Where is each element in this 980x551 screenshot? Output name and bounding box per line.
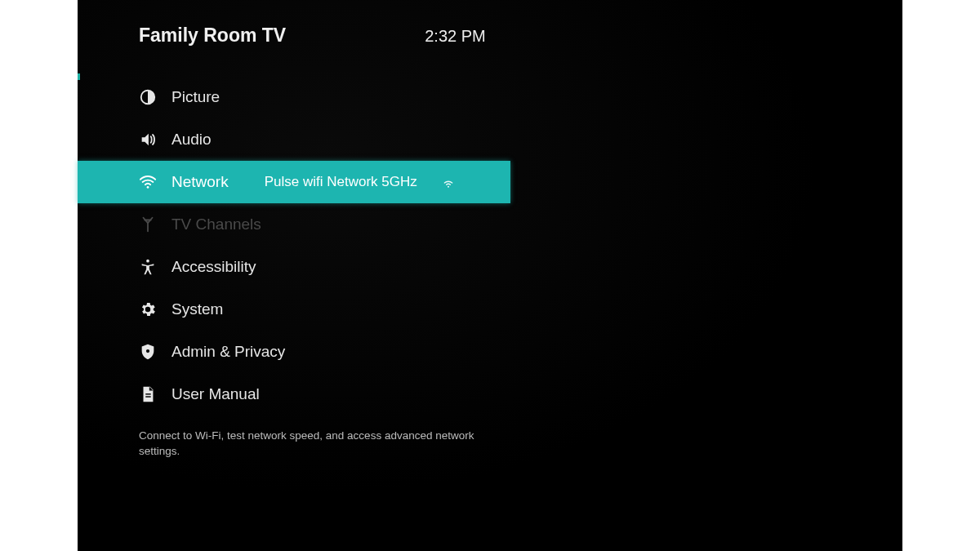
menu-item-system[interactable]: System [78, 288, 510, 331]
menu-item-label: Accessibility [172, 258, 256, 276]
menu-item-user-manual[interactable]: User Manual [78, 373, 510, 415]
settings-menu: Picture Audio Network Pulse wifi Network… [78, 76, 510, 415]
menu-item-label: Picture [172, 88, 220, 106]
svg-point-3 [146, 260, 149, 263]
menu-hint-text: Connect to Wi-Fi, test network speed, an… [78, 429, 486, 460]
menu-item-label: User Manual [172, 385, 260, 403]
wifi-small-icon [442, 176, 455, 189]
menu-item-audio[interactable]: Audio [78, 118, 510, 161]
contrast-icon [139, 88, 157, 106]
menu-item-tv-channels[interactable]: TV Channels [78, 203, 510, 246]
speaker-icon [139, 131, 157, 149]
menu-item-admin-privacy[interactable]: Admin & Privacy [78, 331, 510, 373]
svg-rect-6 [145, 396, 150, 397]
gear-icon [139, 300, 157, 318]
network-connected-value: Pulse wifi Network 5GHz [265, 174, 417, 190]
menu-item-label: TV Channels [172, 216, 261, 233]
clock-time: 2:32 PM [425, 27, 485, 46]
antenna-icon [139, 216, 157, 233]
svg-point-1 [147, 186, 149, 189]
menu-item-network[interactable]: Network Pulse wifi Network 5GHz [78, 161, 510, 203]
document-icon [139, 385, 157, 403]
shield-icon [139, 343, 157, 361]
svg-point-2 [448, 186, 449, 188]
menu-item-label: System [172, 300, 223, 318]
menu-item-accessibility[interactable]: Accessibility [78, 246, 510, 288]
device-name: Family Room TV [139, 24, 286, 47]
accessibility-icon [139, 258, 157, 276]
svg-rect-5 [145, 393, 150, 394]
svg-point-4 [146, 349, 149, 353]
menu-item-picture[interactable]: Picture [78, 76, 510, 118]
menu-item-label: Admin & Privacy [172, 343, 285, 361]
menu-item-label: Audio [172, 131, 212, 149]
wifi-icon [139, 173, 157, 191]
header-bar: Family Room TV 2:32 PM [78, 24, 902, 47]
tv-settings-screen: Family Room TV 2:32 PM Picture Audio Net… [78, 0, 902, 551]
menu-item-label: Network [172, 173, 229, 191]
left-edge-accent [78, 73, 80, 80]
